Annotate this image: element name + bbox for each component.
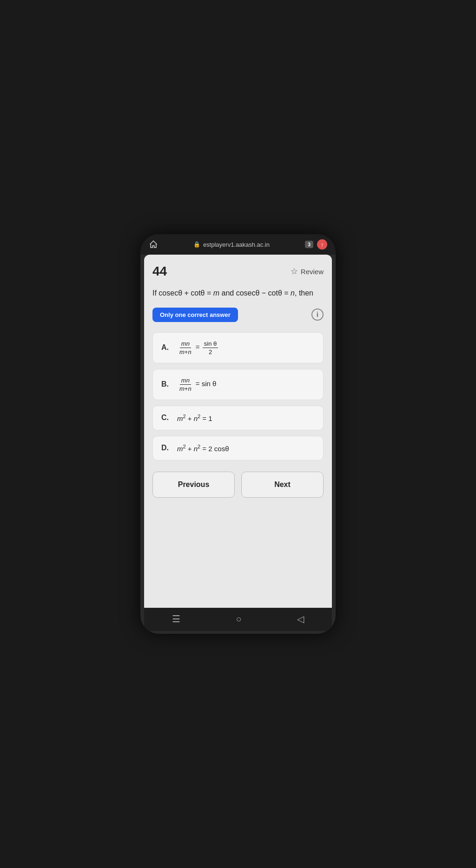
previous-button[interactable]: Previous (152, 472, 235, 498)
option-b-label: B. (161, 380, 171, 388)
option-c-math: m2 + n2 = 1 (177, 414, 212, 422)
answer-type-row: Only one correct answer i (152, 308, 324, 322)
phone-frame: 🔒 estplayerv1.aakash.ac.in 3 ↑ 44 ☆ Revi… (140, 234, 336, 634)
content-area: 44 ☆ Review If cosecθ + cotθ = m and cos… (144, 255, 332, 608)
bottom-nav-bar: ☰ ○ ◁ (144, 608, 332, 631)
option-c-label: C. (161, 414, 171, 422)
nav-buttons: Previous Next (152, 472, 324, 498)
option-c-content: C. m2 + n2 = 1 (161, 414, 315, 422)
option-d[interactable]: D. m2 + n2 = 2 cosθ (152, 436, 324, 460)
option-c[interactable]: C. m2 + n2 = 1 (152, 406, 324, 430)
status-bar: 🔒 estplayerv1.aakash.ac.in 3 ↑ (140, 234, 336, 255)
option-b[interactable]: B. mn m+n = sin θ (152, 369, 324, 400)
back-nav-icon[interactable]: ◁ (297, 613, 304, 625)
status-bar-right: 3 ↑ (305, 239, 327, 250)
next-button[interactable]: Next (241, 472, 324, 498)
home-nav-icon[interactable]: ○ (236, 614, 241, 625)
option-b-math: mn m+n = sin θ (177, 377, 216, 392)
answer-type-badge: Only one correct answer (152, 308, 238, 322)
option-d-content: D. m2 + n2 = 2 cosθ (161, 444, 315, 453)
url-text: estplayerv1.aakash.ac.in (203, 241, 270, 248)
status-bar-left (149, 240, 158, 249)
home-icon[interactable] (149, 240, 158, 249)
tab-count[interactable]: 3 (305, 241, 313, 248)
question-text: If cosecθ + cotθ = m and cosecθ − cotθ =… (152, 287, 324, 299)
option-a-math: mn m+n = sin θ 2 (177, 340, 219, 355)
option-d-label: D. (161, 444, 171, 452)
option-a[interactable]: A. mn m+n = sin θ 2 (152, 332, 324, 363)
question-header: 44 ☆ Review (152, 264, 324, 279)
option-a-label: A. (161, 343, 171, 352)
info-icon[interactable]: i (311, 309, 324, 321)
option-d-math: m2 + n2 = 2 cosθ (177, 444, 229, 453)
options-container: A. mn m+n = sin θ 2 (152, 332, 324, 460)
star-icon: ☆ (291, 266, 298, 276)
question-number: 44 (152, 264, 167, 279)
upload-button[interactable]: ↑ (317, 239, 327, 250)
option-a-content: A. mn m+n = sin θ 2 (161, 340, 315, 355)
option-b-content: B. mn m+n = sin θ (161, 377, 315, 392)
review-button[interactable]: ☆ Review (291, 266, 324, 276)
status-bar-center: 🔒 estplayerv1.aakash.ac.in (193, 241, 270, 248)
menu-icon[interactable]: ☰ (172, 613, 180, 625)
review-label: Review (301, 268, 324, 276)
lock-icon: 🔒 (193, 241, 200, 248)
